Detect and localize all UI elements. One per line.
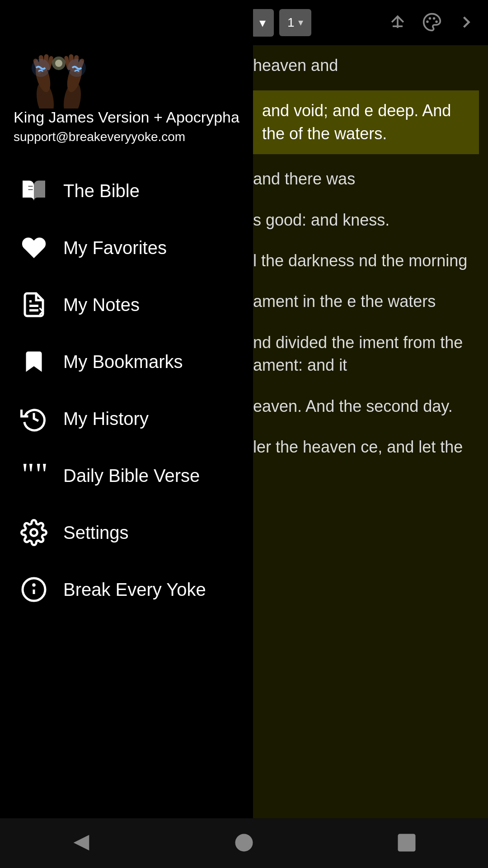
sort-icon-button[interactable] (383, 8, 412, 38)
nav-item-my-notes[interactable]: My Notes (14, 276, 239, 333)
nav-label-my-history: My History (63, 409, 149, 429)
palette-icon-button[interactable] (418, 8, 446, 38)
nav-label-my-notes: My Notes (63, 295, 140, 315)
verse-block-4: s good: and kness. (253, 200, 479, 241)
verse-block-1: heaven and (253, 45, 479, 86)
nav-label-settings: Settings (63, 523, 129, 543)
next-chapter-button[interactable] (452, 8, 481, 38)
nav-item-my-favorites[interactable]: My Favorites (14, 219, 239, 276)
verse-text-5: l the darkness nd the morning (253, 250, 479, 272)
nav-item-my-bookmarks[interactable]: My Bookmarks (14, 333, 239, 390)
nav-label-my-favorites: My Favorites (63, 238, 167, 258)
nav-label-daily-bible-verse: Daily Bible Verse (63, 466, 200, 486)
svg-point-31 (433, 17, 436, 20)
svg-point-14 (68, 59, 86, 77)
verse-text-6: ament in the e the waters (253, 290, 479, 313)
svg-point-34 (235, 834, 253, 851)
home-button[interactable] (225, 824, 263, 863)
verse-text-4: s good: and kness. (253, 209, 479, 231)
bookmark-icon (18, 346, 50, 377)
svg-point-7 (32, 59, 50, 77)
svg-rect-35 (398, 834, 416, 851)
nav-label-the-bible: The Bible (63, 181, 140, 201)
svg-point-29 (426, 20, 429, 23)
svg-text:": " (22, 462, 35, 489)
verse-block-5: l the darkness nd the morning (253, 241, 479, 281)
chapter-number: 1 (287, 15, 295, 30)
notes-icon (18, 289, 50, 321)
verse-block-2: and void; and e deep. And the of the wat… (253, 90, 479, 154)
verse-text-8: eaven. And the second day. (253, 395, 479, 418)
back-button[interactable] (62, 824, 100, 863)
verse-block-8: eaven. And the second day. (253, 386, 479, 427)
svg-point-32 (435, 20, 438, 23)
verse-text-1: heaven and (253, 54, 479, 77)
verse-block-7: nd divided the iment from the ament: and… (253, 322, 479, 386)
svg-point-16 (55, 60, 62, 67)
nav-drawer: King James Version + Apocrypha support@b… (0, 0, 253, 868)
nav-item-daily-bible-verse[interactable]: " " Daily Bible Verse (14, 447, 239, 504)
svg-point-23 (31, 529, 38, 536)
toolbar: ▾ 1 ▾ (244, 0, 488, 45)
chapter-dropdown[interactable]: 1 ▾ (279, 9, 311, 36)
app-logo (14, 18, 104, 108)
verse-text-3: and there was (253, 168, 479, 190)
chapter-dropdown-chevron: ▾ (298, 17, 303, 28)
verse-block-6: ament in the e the waters (253, 281, 479, 322)
verse-block-3: and there was (253, 159, 479, 199)
verse-block-9: ler the heaven ce, and let the (253, 427, 479, 467)
svg-point-30 (429, 17, 432, 20)
verse-text-2: and void; and e deep. And the of the wat… (262, 99, 470, 145)
book-dropdown[interactable]: ▾ (251, 9, 274, 37)
verse-text-7: nd divided the iment from the ament: and… (253, 331, 479, 377)
nav-item-my-history[interactable]: My History (14, 390, 239, 447)
content-panel: ▾ 1 ▾ (244, 0, 488, 868)
verse-text-9: ler the heaven ce, and let the (253, 436, 479, 458)
nav-label-my-bookmarks: My Bookmarks (63, 352, 183, 372)
nav-item-break-every-yoke[interactable]: Break Every Yoke (14, 561, 239, 618)
quote-icon: " " (18, 460, 50, 491)
book-dropdown-chevron: ▾ (259, 15, 266, 30)
svg-marker-33 (74, 835, 89, 850)
settings-icon (18, 517, 50, 548)
svg-text:": " (35, 462, 48, 489)
bible-text-area: heaven and and void; and e deep. And the… (244, 45, 488, 467)
nav-label-break-every-yoke: Break Every Yoke (63, 580, 206, 600)
app-version-label: King James Version + Apocrypha (14, 108, 239, 126)
book-icon (18, 175, 50, 207)
logo-area: King James Version + Apocrypha support@b… (14, 18, 239, 144)
recents-button[interactable] (388, 824, 426, 863)
info-icon (18, 574, 50, 605)
heart-icon (18, 232, 50, 264)
nav-item-the-bible[interactable]: The Bible (14, 162, 239, 219)
support-email-label: support@breakeveryyoke.com (14, 130, 185, 144)
bottom-nav-bar (0, 818, 488, 868)
history-icon (18, 403, 50, 434)
nav-item-settings[interactable]: Settings (14, 504, 239, 561)
